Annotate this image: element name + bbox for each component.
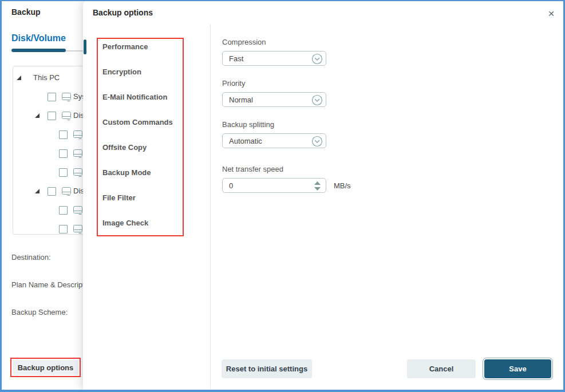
sidebar-item-email-notification[interactable]: E-Mail Notification	[102, 92, 167, 103]
drive-icon	[73, 130, 83, 140]
close-icon[interactable]: ×	[544, 6, 559, 21]
net-transfer-speed-label: Net transfer speed	[222, 165, 283, 175]
drive-icon	[62, 111, 72, 121]
compression-label: Compression	[222, 38, 266, 48]
drive-icon	[73, 149, 83, 159]
tree-row-this-pc[interactable]: This PC	[13, 72, 84, 84]
disk-volume-tree: This PC Sys Dis	[13, 66, 84, 235]
tree-expander-icon[interactable]	[35, 189, 39, 193]
window-title: Backup	[11, 7, 41, 17]
sidebar-item-encryption[interactable]: Encryption	[102, 66, 141, 78]
sidebar-item-file-filter[interactable]: File Filter	[102, 192, 136, 204]
stepper-arrows	[314, 181, 321, 191]
tab-baseline	[66, 50, 84, 52]
tree-row-system[interactable]: Sys	[13, 91, 84, 102]
tree-expander-icon[interactable]	[35, 113, 39, 118]
priority-label: Priority	[222, 79, 245, 89]
drive-icon	[73, 168, 83, 177]
tree-row-partition[interactable]	[13, 223, 84, 235]
checkbox[interactable]	[59, 206, 68, 215]
tab-disk-volume[interactable]: Disk/Volume	[11, 33, 66, 43]
tree-expander-icon[interactable]	[17, 76, 21, 80]
tree-row-disk2[interactable]: Dis	[13, 185, 84, 197]
checkbox[interactable]	[59, 149, 68, 158]
save-button[interactable]: Save	[484, 359, 551, 378]
tree-label: Dis	[73, 187, 84, 195]
compression-select[interactable]: Fast	[222, 51, 326, 66]
dialog-title: Backup options	[93, 8, 153, 17]
priority-value: Normal	[229, 96, 253, 104]
tab-active-underline	[11, 49, 66, 52]
backup-splitting-select[interactable]: Automatic	[222, 133, 326, 148]
backup-options-button[interactable]: Backup options	[13, 360, 78, 375]
backup-scheme-label: Backup Scheme:	[11, 308, 68, 316]
drive-icon	[73, 224, 83, 234]
chevron-down-circle-icon	[311, 53, 323, 65]
drive-icon	[73, 205, 83, 215]
backup-options-dialog: Backup options × Performance Encryption …	[83, 1, 563, 390]
chevron-down-circle-icon	[311, 94, 323, 106]
speed-unit-label: MB/s	[334, 181, 351, 190]
net-transfer-speed-value: 0	[229, 181, 233, 190]
tree-row-disk1[interactable]: Dis	[13, 110, 84, 121]
sidebar-item-custom-commands[interactable]: Custom Commands	[102, 117, 173, 128]
checkbox[interactable]	[48, 93, 56, 101]
checkbox[interactable]	[59, 225, 68, 233]
backup-splitting-label: Backup splitting	[222, 120, 274, 130]
compression-value: Fast	[229, 54, 243, 63]
checkbox[interactable]	[59, 130, 68, 139]
priority-select[interactable]: Normal	[222, 92, 326, 107]
vertical-divider	[210, 24, 211, 389]
checkbox[interactable]	[48, 187, 56, 196]
tree-row-partition[interactable]	[13, 129, 84, 140]
tree-label: Dis	[73, 111, 84, 120]
tree-label: This PC	[33, 73, 60, 82]
sidebar-item-performance[interactable]: Performance	[102, 41, 148, 53]
highlight-rectangle-sidebar: Performance Encryption E-Mail Notificati…	[97, 38, 184, 236]
drive-icon	[62, 187, 72, 196]
chevron-down-circle-icon	[311, 136, 323, 147]
tree-row-partition[interactable]	[13, 204, 84, 216]
drive-icon	[62, 92, 72, 102]
scrollbar-thumb[interactable]	[84, 39, 86, 54]
sidebar-item-backup-mode[interactable]: Backup Mode	[102, 167, 151, 179]
checkbox[interactable]	[59, 168, 68, 177]
sidebar-item-offsite-copy[interactable]: Offsite Copy	[102, 142, 147, 153]
net-transfer-speed-stepper[interactable]: 0	[222, 178, 326, 193]
stepper-down-icon[interactable]	[314, 187, 321, 191]
checkbox[interactable]	[48, 112, 56, 120]
destination-label: Destination:	[11, 253, 51, 262]
reset-button[interactable]: Reset to initial settings	[222, 359, 312, 378]
stepper-up-icon[interactable]	[314, 181, 321, 185]
backup-splitting-value: Automatic	[229, 137, 262, 145]
sidebar-item-image-check[interactable]: Image Check	[102, 217, 148, 229]
highlight-rectangle-backup-options: Backup options	[10, 358, 81, 377]
tree-row-partition[interactable]	[13, 167, 84, 178]
tree-row-partition[interactable]	[13, 148, 84, 159]
cancel-button[interactable]: Cancel	[407, 359, 476, 378]
